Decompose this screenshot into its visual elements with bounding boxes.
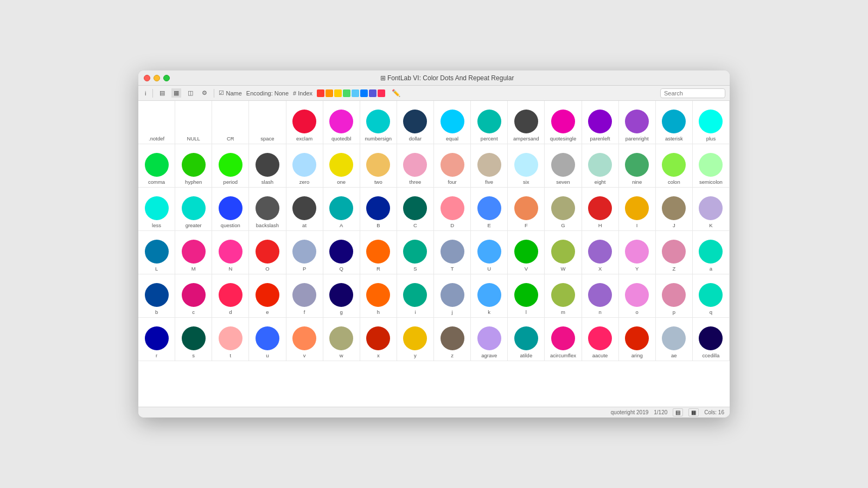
glyph-cell[interactable]: seven bbox=[545, 144, 582, 188]
glyph-cell[interactable]: agrave bbox=[471, 318, 508, 361]
glyph-cell[interactable]: greater bbox=[175, 188, 212, 231]
glyph-cell[interactable]: T bbox=[434, 231, 471, 274]
glyph-cell[interactable]: A bbox=[323, 188, 360, 231]
view-grid-button[interactable]: ▦ bbox=[171, 88, 181, 98]
search-input[interactable] bbox=[660, 88, 725, 98]
glyph-cell[interactable]: nine bbox=[619, 144, 656, 188]
glyph-cell[interactable]: less bbox=[138, 188, 175, 231]
glyph-cell[interactable]: f bbox=[286, 274, 323, 318]
glyph-cell[interactable]: y bbox=[397, 318, 434, 361]
glyph-cell[interactable]: C bbox=[397, 188, 434, 231]
glyph-cell[interactable]: question bbox=[212, 188, 249, 231]
swatch-darkblue[interactable] bbox=[360, 89, 368, 97]
glyph-cell[interactable]: CR bbox=[212, 101, 249, 144]
glyph-cell[interactable]: N bbox=[212, 231, 249, 274]
glyph-cell[interactable]: space bbox=[249, 101, 286, 144]
glyph-cell[interactable]: ccedilla bbox=[693, 318, 730, 361]
glyph-cell[interactable]: asterisk bbox=[656, 101, 693, 144]
view-list-button[interactable]: ▤ bbox=[157, 88, 167, 98]
glyph-cell[interactable]: q bbox=[693, 274, 730, 318]
glyph-cell[interactable]: X bbox=[582, 231, 619, 274]
glyph-cell[interactable]: s bbox=[175, 318, 212, 361]
glyph-cell[interactable]: w bbox=[323, 318, 360, 361]
glyph-cell[interactable]: equal bbox=[434, 101, 471, 144]
glyph-cell[interactable]: NULL bbox=[175, 101, 212, 144]
glyph-cell[interactable]: V bbox=[508, 231, 545, 274]
swatch-green[interactable] bbox=[343, 89, 350, 97]
swatch-red[interactable] bbox=[317, 89, 324, 97]
glyph-cell[interactable]: hyphen bbox=[175, 144, 212, 188]
glyph-cell[interactable]: Q bbox=[323, 231, 360, 274]
minimize-button[interactable] bbox=[154, 75, 160, 81]
glyph-cell[interactable]: p bbox=[656, 274, 693, 318]
glyph-cell[interactable]: I bbox=[619, 188, 656, 231]
glyph-cell[interactable]: slash bbox=[249, 144, 286, 188]
glyph-cell[interactable]: exclam bbox=[286, 101, 323, 144]
glyph-cell[interactable]: k bbox=[471, 274, 508, 318]
glyph-cell[interactable]: r bbox=[138, 318, 175, 361]
glyph-cell[interactable]: one bbox=[323, 144, 360, 188]
glyph-cell[interactable]: backslash bbox=[249, 188, 286, 231]
glyph-cell[interactable]: o bbox=[619, 274, 656, 318]
swatch-orange[interactable] bbox=[326, 89, 333, 97]
glyph-cell[interactable]: Z bbox=[656, 231, 693, 274]
glyph-cell[interactable]: x bbox=[360, 318, 397, 361]
glyph-cell[interactable]: b bbox=[138, 274, 175, 318]
info-button[interactable]: i bbox=[143, 89, 148, 98]
glyph-cell[interactable]: numbersign bbox=[360, 101, 397, 144]
glyph-cell[interactable]: ampersand bbox=[508, 101, 545, 144]
swatch-pink[interactable] bbox=[378, 89, 385, 97]
glyph-cell[interactable]: quotedbl bbox=[323, 101, 360, 144]
glyph-cell[interactable]: two bbox=[360, 144, 397, 188]
glyph-cell[interactable]: l bbox=[508, 274, 545, 318]
view-toggle-2[interactable]: ▦ bbox=[688, 408, 699, 416]
view-toggle-1[interactable]: ▤ bbox=[673, 408, 683, 416]
glyph-cell[interactable]: M bbox=[175, 231, 212, 274]
glyph-cell[interactable]: z bbox=[434, 318, 471, 361]
settings-button[interactable]: ⚙ bbox=[200, 88, 209, 98]
glyph-cell[interactable]: F bbox=[508, 188, 545, 231]
glyph-cell[interactable]: U bbox=[471, 231, 508, 274]
glyph-cell[interactable]: plus bbox=[693, 101, 730, 144]
glyph-cell[interactable]: acircumflex bbox=[545, 318, 582, 361]
glyph-cell[interactable]: R bbox=[360, 231, 397, 274]
glyph-cell[interactable]: j bbox=[434, 274, 471, 318]
glyph-cell[interactable]: K bbox=[693, 188, 730, 231]
glyph-cell[interactable]: zero bbox=[286, 144, 323, 188]
glyph-cell[interactable]: quotesingle bbox=[545, 101, 582, 144]
glyph-cell[interactable]: O bbox=[249, 231, 286, 274]
glyph-cell[interactable]: three bbox=[397, 144, 434, 188]
glyph-cell[interactable]: colon bbox=[656, 144, 693, 188]
view-large-button[interactable]: ◫ bbox=[186, 88, 195, 98]
glyph-cell[interactable]: S bbox=[397, 231, 434, 274]
swatch-yellow[interactable] bbox=[334, 89, 342, 97]
glyph-cell[interactable]: h bbox=[360, 274, 397, 318]
close-button[interactable] bbox=[144, 75, 150, 81]
glyph-cell[interactable]: i bbox=[397, 274, 434, 318]
glyph-cell[interactable]: B bbox=[360, 188, 397, 231]
glyph-cell[interactable]: J bbox=[656, 188, 693, 231]
glyph-cell[interactable]: period bbox=[212, 144, 249, 188]
glyph-cell[interactable]: m bbox=[545, 274, 582, 318]
glyph-cell[interactable]: parenright bbox=[619, 101, 656, 144]
glyph-cell[interactable]: comma bbox=[138, 144, 175, 188]
glyph-cell[interactable]: Y bbox=[619, 231, 656, 274]
glyph-cell[interactable]: W bbox=[545, 231, 582, 274]
maximize-button[interactable] bbox=[163, 75, 170, 81]
glyph-cell[interactable]: dollar bbox=[397, 101, 434, 144]
swatch-blue[interactable] bbox=[352, 89, 359, 97]
glyph-cell[interactable]: H bbox=[582, 188, 619, 231]
glyph-cell[interactable]: v bbox=[286, 318, 323, 361]
glyph-cell[interactable]: a bbox=[693, 231, 730, 274]
glyph-cell[interactable]: eight bbox=[582, 144, 619, 188]
glyph-cell[interactable]: t bbox=[212, 318, 249, 361]
glyph-cell[interactable]: parenleft bbox=[582, 101, 619, 144]
glyph-cell[interactable]: G bbox=[545, 188, 582, 231]
color-edit-button[interactable]: ✏️ bbox=[390, 88, 403, 98]
glyph-cell[interactable]: five bbox=[471, 144, 508, 188]
glyph-cell[interactable]: L bbox=[138, 231, 175, 274]
glyph-cell[interactable]: at bbox=[286, 188, 323, 231]
glyph-cell[interactable]: atilde bbox=[508, 318, 545, 361]
glyph-cell[interactable]: e bbox=[249, 274, 286, 318]
glyph-cell[interactable]: .notdef bbox=[138, 101, 175, 144]
